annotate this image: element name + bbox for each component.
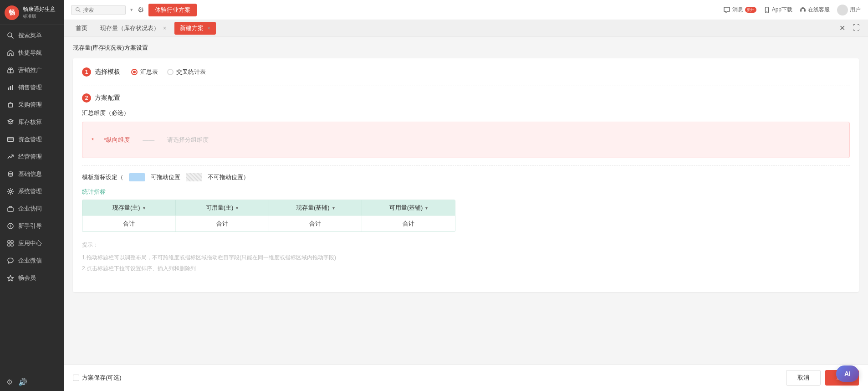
- svg-line-20: [79, 10, 81, 12]
- expand-window-btn[interactable]: ⛶: [850, 23, 863, 33]
- sidebar-item-corp[interactable]: 企业协同: [0, 200, 64, 217]
- window-controls: ✕ ⛶: [837, 23, 863, 33]
- headset-icon: [800, 7, 806, 13]
- search-input[interactable]: [83, 7, 119, 13]
- tab-inventory-status[interactable]: 现存量（库存状况表） ×: [94, 21, 173, 35]
- sidebar-item-basics[interactable]: 基础信息: [0, 165, 64, 183]
- home-icon: [6, 49, 15, 57]
- sidebar-item-label: 企业微信: [18, 257, 42, 265]
- radio-cross-dot: [167, 69, 174, 75]
- sidebar: 畅 畅康通好生意 标准版 搜索菜单 快捷导航 营销推广: [0, 0, 64, 391]
- user-avatar-btn[interactable]: 用户: [837, 5, 861, 15]
- ai-float-btn[interactable]: Ai: [836, 365, 859, 382]
- page-title: 现存量(库存状况表)方案设置: [73, 44, 859, 52]
- col-available-main[interactable]: 可用量(主) ▾: [176, 200, 269, 216]
- col-chevron-3[interactable]: ▾: [425, 206, 428, 211]
- sound-footer-icon[interactable]: 🔊: [18, 378, 27, 386]
- sidebar-logo: 畅 畅康通好生意 标准版: [0, 0, 64, 25]
- svg-point-22: [766, 11, 767, 12]
- sidebar-item-sales[interactable]: 销售管理: [0, 79, 64, 96]
- sidebar-item-label: 系统管理: [18, 187, 42, 196]
- sidebar-item-finance[interactable]: 资金管理: [0, 131, 64, 148]
- tip-2: 2.点击标题栏下拉可设置排序、插入列和删除列: [82, 263, 850, 274]
- sidebar-item-label: 畅会员: [18, 274, 36, 282]
- layers-icon: [6, 118, 15, 126]
- sidebar-item-wechat[interactable]: 企业微信: [0, 252, 64, 269]
- col-available-base[interactable]: 可用量(基辅) ▾: [362, 200, 455, 216]
- svg-line-1: [11, 36, 14, 39]
- tab-home[interactable]: 首页: [69, 21, 94, 35]
- sidebar-item-newbie[interactable]: 新手引导: [0, 217, 64, 235]
- svg-rect-5: [10, 86, 11, 90]
- sidebar-item-label: 企业协同: [18, 205, 42, 213]
- radio-cross[interactable]: 交叉统计表: [167, 68, 206, 76]
- sidebar-item-label: 采购管理: [18, 101, 42, 109]
- col-current-base[interactable]: 现存量(基辅) ▾: [269, 200, 363, 216]
- stats-label: 统计指标: [82, 188, 850, 196]
- svg-rect-7: [8, 138, 14, 142]
- credit-card-icon: [6, 135, 15, 144]
- sidebar-item-inventory[interactable]: 库存核算: [0, 113, 64, 131]
- stats-table-header: 现存量(主) ▾ 可用量(主) ▾ 现存量(基辅) ▾ 可用量(基辅): [82, 200, 455, 216]
- sidebar-item-label: 基础信息: [18, 170, 42, 178]
- compass-icon: [6, 222, 15, 230]
- tab-new-plan[interactable]: 新建方案 ×: [174, 22, 216, 35]
- cell-0: 合计: [82, 216, 176, 232]
- svg-point-10: [10, 190, 12, 193]
- close-window-btn[interactable]: ✕: [837, 23, 848, 33]
- message-badge: 99+: [745, 7, 756, 13]
- settings-icon: [6, 187, 15, 196]
- step1-section: 1 选择模板 汇总表 交叉统计表: [82, 67, 850, 77]
- cancel-button[interactable]: 取消: [786, 370, 821, 386]
- svg-rect-11: [8, 208, 13, 211]
- sidebar-item-app-center[interactable]: 应用中心: [0, 235, 64, 252]
- col-chevron-0[interactable]: ▾: [143, 206, 145, 211]
- logo-icon: 畅: [5, 5, 19, 20]
- save-option[interactable]: 方案保存(可选): [73, 374, 122, 382]
- settings-footer-icon[interactable]: ⚙: [6, 378, 13, 386]
- sidebar-item-purchase[interactable]: 采购管理: [0, 96, 64, 113]
- template-radio-group: 汇总表 交叉统计表: [131, 68, 206, 76]
- tab-close-inventory[interactable]: ×: [163, 25, 166, 31]
- messages-btn[interactable]: 消息 99+: [723, 6, 756, 14]
- gear-topbar-icon[interactable]: ⚙: [138, 5, 144, 14]
- search-topbar-icon: [75, 7, 81, 13]
- svg-rect-15: [11, 241, 13, 243]
- svg-rect-4: [8, 87, 9, 90]
- search-box[interactable]: [71, 5, 126, 15]
- sidebar-item-system[interactable]: 系统管理: [0, 183, 64, 200]
- sidebar-item-marketing[interactable]: 营销推广: [0, 62, 64, 79]
- star-icon: [6, 274, 15, 282]
- indicator-row: 模板指标设定（ 可拖动位置 不可拖动位置）: [82, 173, 850, 181]
- content-area: 现存量(库存状况表)方案设置 1 选择模板 汇总表 交叉统计表: [64, 36, 868, 364]
- step2-section: 2 方案配置 汇总维度（必选） **纵向维度 —— 请选择分组维度 模板指标设定…: [82, 93, 850, 274]
- sidebar-item-label: 销售管理: [18, 83, 42, 92]
- sidebar-item-label: 资金管理: [18, 135, 42, 144]
- svg-marker-13: [10, 224, 11, 228]
- sidebar-item-search-menu[interactable]: 搜索菜单: [0, 27, 64, 44]
- svg-rect-17: [11, 244, 13, 246]
- col-current-main[interactable]: 现存量(主) ▾: [82, 200, 176, 216]
- sidebar-footer: ⚙ 🔊: [0, 373, 64, 391]
- tips-section: 提示： 1.拖动标题栏可以调整布局，不可跨维度或指标区域拖动栏目字段(只能在同一…: [82, 239, 850, 274]
- save-checkbox[interactable]: [73, 375, 79, 381]
- sidebar-item-label: 库存核算: [18, 118, 42, 126]
- main-area: ▾ ⚙ 体验行业方案 消息 99+ App下载 在线客服 用户: [64, 0, 868, 391]
- shopping-bag-icon: [6, 101, 15, 109]
- avatar: [837, 5, 848, 15]
- sidebar-item-label: 搜索菜单: [18, 31, 42, 40]
- sidebar-item-label: 新手引导: [18, 222, 42, 230]
- online-service-btn[interactable]: 在线客服: [800, 6, 830, 14]
- sidebar-item-member[interactable]: 畅会员: [0, 269, 64, 287]
- trial-btn[interactable]: 体验行业方案: [148, 4, 197, 16]
- dimension-selector-box[interactable]: **纵向维度 —— 请选择分组维度: [82, 122, 850, 158]
- col-chevron-1[interactable]: ▾: [236, 206, 238, 211]
- col-chevron-2[interactable]: ▾: [332, 206, 335, 211]
- cell-1: 合计: [176, 216, 269, 232]
- sidebar-item-quick-nav[interactable]: 快捷导航: [0, 44, 64, 62]
- app-download-btn[interactable]: App下载: [764, 6, 792, 14]
- radio-summary[interactable]: 汇总表: [131, 68, 158, 76]
- sidebar-item-label: 经营管理: [18, 153, 42, 161]
- sidebar-item-operations[interactable]: 经营管理: [0, 148, 64, 165]
- tab-close-new-plan[interactable]: ×: [207, 25, 210, 31]
